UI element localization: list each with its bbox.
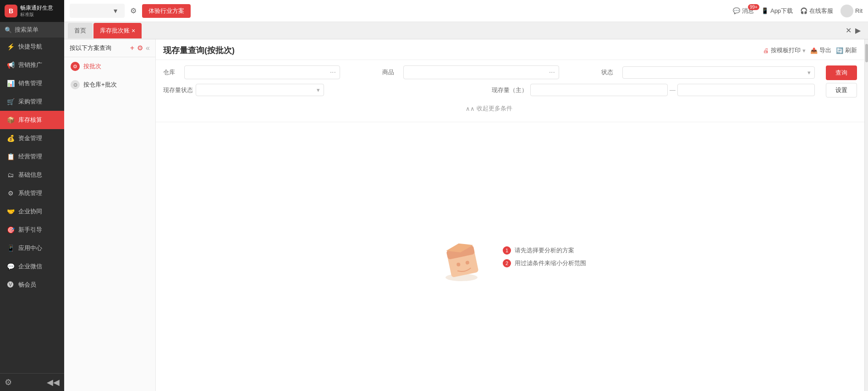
- main-area: ▾ ⚙ 体验行业方案 💬 消息 99+ 📱 App下载 🎧 在线客服 Rit: [64, 0, 868, 391]
- system-icon: ⚙: [6, 189, 15, 197]
- empty-state: 1 请先选择要分析的方案 2 用过滤条件来缩小分析范围: [156, 122, 864, 391]
- search-icon: 🔍: [5, 27, 12, 33]
- app-download-btn[interactable]: 📱 App下载: [761, 7, 793, 15]
- sidebar: B 畅康通好生意 标准版 🔍 搜索菜单 ⚡ 快捷导航 📢 营销推广 📊 销售管理…: [0, 0, 64, 391]
- topbar-gear-icon[interactable]: ⚙: [128, 5, 138, 16]
- print-dropdown-icon[interactable]: ▾: [802, 47, 806, 54]
- topbar: ▾ ⚙ 体验行业方案 💬 消息 99+ 📱 App下载 🎧 在线客服 Rit: [64, 0, 868, 22]
- status-input[interactable]: ▾: [622, 66, 815, 79]
- hint-1-text: 请先选择要分析的方案: [515, 246, 574, 255]
- sidebar-item-label: 快捷导航: [18, 43, 42, 51]
- product-input[interactable]: ···: [403, 65, 559, 79]
- messages-btn[interactable]: 💬 消息 99+: [733, 7, 754, 15]
- settings-footer-icon[interactable]: ⚙: [5, 377, 12, 387]
- warehouse-dots[interactable]: ···: [330, 68, 336, 76]
- online-service-btn[interactable]: 🎧 在线客服: [800, 7, 833, 15]
- settings-button[interactable]: 设置: [826, 83, 857, 98]
- basic-icon: 🗂: [6, 171, 15, 179]
- query-panel: 现存量查询(按批次) 🖨 按模板打印 ▾ 📤 导出 🔄 刷新: [156, 39, 864, 391]
- brand-name: 畅康通好生意: [20, 4, 53, 12]
- sidebar-item-enterprise[interactable]: 🤝 企业协同: [0, 202, 64, 221]
- experience-industry-btn[interactable]: 体验行业方案: [142, 4, 191, 18]
- stock-qty-min-input[interactable]: [530, 84, 668, 96]
- sidebar-item-apps[interactable]: 📱 应用中心: [0, 239, 64, 257]
- refresh-label: 刷新: [845, 46, 857, 54]
- sidebar-item-marketing[interactable]: 📢 营销推广: [0, 56, 64, 74]
- sidebar-item-wechat[interactable]: 💬 企业微信: [0, 257, 64, 276]
- sidebar-footer: ⚙ ◀◀: [0, 373, 64, 391]
- filter-panel-header: 按以下方案查询 + ⚙ «: [64, 39, 155, 57]
- sidebar-item-label: 基础信息: [18, 171, 42, 179]
- sidebar-item-operation[interactable]: 📋 经营管理: [0, 147, 64, 166]
- collapse-conditions-btn[interactable]: ∧∧ 收起更多条件: [163, 101, 815, 116]
- export-btn[interactable]: 📤 导出: [810, 46, 831, 54]
- page-title: 现存量查询(按批次): [163, 45, 235, 56]
- collapse-panel-icon[interactable]: «: [146, 44, 150, 52]
- operation-icon: 📋: [6, 152, 15, 161]
- sidebar-item-vip[interactable]: 🅥 畅会员: [0, 276, 64, 294]
- sidebar-item-label: 畅会员: [18, 281, 36, 289]
- tab-inventory-batch-label: 库存批次账: [100, 27, 130, 35]
- tab-inventory-batch[interactable]: 库存批次账 ×: [93, 23, 142, 38]
- scheme-settings-icon[interactable]: ⚙: [137, 44, 143, 52]
- newbie-icon: 🎯: [6, 226, 15, 234]
- stock-qty-condition: 现存量（主） —: [492, 84, 815, 96]
- tab-close-icon[interactable]: ×: [132, 27, 135, 34]
- close-panel-icon[interactable]: ✕: [846, 26, 852, 35]
- warehouse-label: 仓库: [163, 68, 181, 76]
- marketing-icon: 📢: [6, 61, 15, 69]
- filter-header-actions: + ⚙ «: [130, 44, 150, 52]
- topbar-search-input[interactable]: [73, 8, 110, 14]
- product-dots[interactable]: ···: [549, 68, 555, 76]
- print-label: 按模板打印: [771, 46, 801, 54]
- stock-status-input[interactable]: ▾: [196, 84, 324, 96]
- phone-icon: 📱: [761, 7, 769, 14]
- sidebar-item-newbie[interactable]: 🎯 新手引导: [0, 221, 64, 239]
- collapse-sidebar-btn[interactable]: ◀◀: [47, 377, 60, 387]
- filter-panel: 按以下方案查询 + ⚙ « ⚙ 按批次 ⊙ 按仓库+批次: [64, 39, 156, 391]
- scheme-warehouse-batch[interactable]: ⊙ 按仓库+批次: [64, 76, 155, 94]
- page-header-actions: 🖨 按模板打印 ▾ 📤 导出 🔄 刷新: [763, 46, 857, 54]
- sidebar-item-inventory[interactable]: 📦 库存核算: [0, 111, 64, 129]
- search-menu-item[interactable]: 🔍 搜索菜单: [0, 22, 64, 38]
- filter-panel-title: 按以下方案查询: [70, 44, 111, 52]
- refresh-btn[interactable]: 🔄 刷新: [836, 46, 857, 54]
- conditions-row-2: 现存量状态 ▾ 现存量（主） —: [163, 84, 815, 96]
- topbar-search-group: ▾: [70, 4, 125, 18]
- action-buttons: 查询 设置: [826, 65, 857, 98]
- right-scrollbar[interactable]: [864, 39, 868, 391]
- warehouse-input[interactable]: ···: [184, 65, 340, 79]
- sidebar-item-system[interactable]: ⚙ 系统管理: [0, 184, 64, 202]
- tab-home-label: 首页: [74, 27, 86, 35]
- query-button[interactable]: 查询: [826, 65, 857, 80]
- stock-qty-max-input[interactable]: [677, 84, 815, 96]
- finance-icon: 💰: [6, 134, 15, 142]
- print-template-btn[interactable]: 🖨 按模板打印 ▾: [763, 46, 806, 54]
- sidebar-item-finance[interactable]: 💰 资金管理: [0, 129, 64, 147]
- expand-panel-icon[interactable]: ▶: [855, 26, 861, 35]
- sidebar-item-quick-nav[interactable]: ⚡ 快捷导航: [0, 38, 64, 56]
- empty-hints: 1 请先选择要分析的方案 2 用过滤条件来缩小分析范围: [503, 246, 586, 267]
- add-scheme-btn[interactable]: +: [130, 44, 134, 52]
- sidebar-header: B 畅康通好生意 标准版: [0, 0, 64, 22]
- sidebar-item-sales[interactable]: 📊 销售管理: [0, 74, 64, 92]
- stock-qty-sep: —: [670, 87, 676, 93]
- topbar-right: 💬 消息 99+ 📱 App下载 🎧 在线客服 Rit: [733, 5, 863, 17]
- sidebar-item-purchase[interactable]: 🛒 采购管理: [0, 92, 64, 111]
- empty-inner: 1 请先选择要分析的方案 2 用过滤条件来缩小分析范围: [434, 229, 586, 284]
- scheme-batch[interactable]: ⚙ 按批次: [64, 57, 155, 76]
- topbar-dropdown-icon[interactable]: ▾: [112, 5, 119, 16]
- empty-svg-illustration: [434, 229, 489, 284]
- product-condition: 商品 ···: [382, 65, 596, 79]
- sidebar-item-basic[interactable]: 🗂 基础信息: [0, 166, 64, 184]
- content-area: 按以下方案查询 + ⚙ « ⚙ 按批次 ⊙ 按仓库+批次 现存量查询(按批次): [64, 39, 868, 391]
- message-icon: 💬: [733, 7, 740, 14]
- user-menu[interactable]: Rit: [841, 5, 863, 17]
- status-dropdown-icon[interactable]: ▾: [808, 69, 811, 76]
- sidebar-item-label: 经营管理: [18, 152, 42, 161]
- stock-status-dropdown-icon[interactable]: ▾: [317, 87, 320, 93]
- vip-icon: 🅥: [6, 281, 15, 289]
- tab-home[interactable]: 首页: [68, 23, 93, 38]
- stock-qty-range: —: [530, 84, 815, 96]
- hint-item-2: 2 用过滤条件来缩小分析范围: [503, 259, 586, 267]
